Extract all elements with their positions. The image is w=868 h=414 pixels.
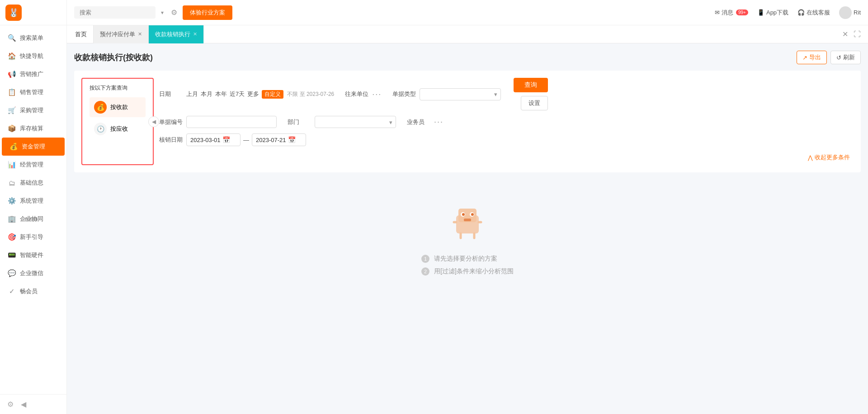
sidebar-item-enterprise[interactable]: 🏢企业协同 [0,210,66,228]
verify-date-end-input[interactable]: 2023-07-21 📅 [252,133,306,146]
industry-solution-button[interactable]: 体验行业方案 [183,5,232,20]
tab-maximize-button[interactable]: ⛶ [852,29,863,40]
sidebar-item-system[interactable]: ⚙️系统管理 [0,192,66,210]
user-item[interactable]: Rit [839,6,861,19]
collapse-arrow-icon: ⋀ [808,154,813,161]
app-download-item[interactable]: 📱 App下载 [757,9,788,17]
query-option-receivable-label: 按应收 [110,125,128,133]
filter-group-dept: 部门 [288,116,396,128]
tab-collection-close-icon[interactable]: ✕ [193,31,197,37]
dept-select[interactable] [315,116,396,128]
query-panel-collapse-button[interactable]: ◀ [148,116,159,127]
topbar-search-input[interactable] [74,6,156,19]
verify-date-start-input[interactable]: 2023-03-01 📅 [186,133,241,146]
setting-button[interactable]: 设置 [521,96,548,110]
sidebar-item-wechat[interactable]: 💬企业微信 [0,264,66,282]
sidebar-item-wechat-label: 企业微信 [20,269,43,277]
sidebar-item-shortcut[interactable]: 🏠快捷导航 [0,47,66,65]
message-label: 消息 [722,9,733,17]
filter-right: 日期 上月 本月 本年 近7天 更多 自定义 不限 至 2023-07-26 往… [159,78,854,165]
topbar-gear-icon[interactable]: ⚙ [171,8,177,17]
salesperson-dots-icon[interactable]: ··· [434,117,443,127]
empty-tip-1: 1 请先选择要分析的方案 [421,252,514,265]
message-item[interactable]: ✉ 消息 99+ [715,9,748,17]
query-option-by-receivable[interactable]: 🕐 按应收 [90,119,146,139]
topbar: ▾ ⚙ 体验行业方案 ✉ 消息 99+ 📱 App下载 🎧 在线客服 Rit [67,0,868,25]
sidebar-item-newbie[interactable]: 🎯新手引导 [0,228,66,246]
tab-home-label: 首页 [75,30,87,38]
filter-row-2: 单据编号 部门 业务员 ··· [159,116,854,128]
query-button[interactable]: 查询 [514,78,548,92]
sidebar-item-hardware-icon: 📟 [7,251,16,260]
sidebar-item-basic-icon: 🗂 [7,178,16,187]
settings-footer-icon[interactable]: ⚙ [7,400,14,409]
date-link-7days[interactable]: 近7天 [230,90,245,99]
page-header: 收款核销执行(按收款) ↗ 导出 ↺ 刷新 [74,51,861,64]
date-custom-badge[interactable]: 自定义 [262,90,283,99]
sidebar-item-sales[interactable]: 📋销售管理 [0,83,66,101]
sidebar-item-newbie-icon: 🎯 [7,233,16,242]
query-option-collection-icon: 💰 [94,101,107,114]
collapse-more-button[interactable]: ⋀ 收起更多条件 [804,152,854,163]
sidebar-item-sales-label: 销售管理 [20,88,43,96]
tip-text-1: 请先选择要分析的方案 [434,255,497,262]
sidebar-item-system-label: 系统管理 [20,197,43,205]
refresh-icon: ↺ [836,54,841,61]
sidebar-item-member[interactable]: ✓畅会员 [0,282,66,300]
tab-collection[interactable]: 收款核销执行 ✕ [149,25,204,43]
sidebar-item-hardware[interactable]: 📟智能硬件 [0,246,66,264]
tab-prepay[interactable]: 预付冲应付单 ✕ [94,25,149,43]
date-link-more[interactable]: 更多 [247,90,259,99]
verify-date-end-value: 2023-07-21 [256,137,286,143]
sidebar-item-search-icon: 🔍 [7,33,16,43]
topbar-chevron-icon[interactable]: ▾ [161,10,164,16]
online-service-item[interactable]: 🎧 在线客服 [797,9,830,17]
sidebar-item-marketing[interactable]: 📢营销推广 [0,65,66,83]
doc-type-select[interactable] [420,88,501,100]
svg-point-4 [462,213,465,216]
sidebar-item-marketing-icon: 📢 [7,70,16,79]
doc-no-input[interactable] [186,116,277,128]
tab-close-all-button[interactable]: ✕ [840,28,850,40]
filter-section: 按以下方案查询 💰 按收款 🕐 按应收 ◀ 日期 [74,71,861,172]
user-name: Rit [854,9,861,16]
counterpart-dots-icon[interactable]: ··· [372,90,382,99]
sidebar-item-inventory[interactable]: 📦库存核算 [0,119,66,138]
date-link-this-year[interactable]: 本年 [215,90,227,99]
sidebar-item-inventory-label: 库存核算 [20,124,43,133]
collapse-label: 收起更多条件 [815,153,850,162]
sidebar-item-purchase[interactable]: 🛒采购管理 [0,101,66,119]
message-icon: ✉ [715,9,720,16]
svg-rect-6 [464,219,471,221]
sidebar-item-newbie-label: 新手引导 [20,233,43,241]
filter-group-salesperson: 业务员 ··· [407,117,443,127]
verify-date-end-cal-icon[interactable]: 📅 [288,136,296,143]
tab-prepay-close-icon[interactable]: ✕ [138,31,142,37]
svg-point-5 [471,213,474,216]
verify-date-start-cal-icon[interactable]: 📅 [222,136,230,143]
date-link-this-month[interactable]: 本月 [201,90,212,99]
app-download-label: App下载 [766,9,788,17]
refresh-button[interactable]: ↺ 刷新 [830,51,861,64]
query-option-by-collection[interactable]: 💰 按收款 [90,97,146,117]
sidebar-item-search[interactable]: 🔍搜索菜单 [0,29,66,47]
verify-date-range: 2023-03-01 📅 — 2023-07-21 📅 [186,133,306,146]
sidebar-item-finance[interactable]: 💰资金管理 [2,138,65,156]
sidebar-item-basic[interactable]: 🗂基础信息 [0,174,66,192]
export-button[interactable]: ↗ 导出 [797,51,827,64]
sidebar: 🐰 畅捷通好生意 标准版 🔍搜索菜单🏠快捷导航📢营销推广📋销售管理🛒采购管理📦库… [0,0,67,414]
tip-num-1: 1 [421,255,429,263]
sidebar-item-sales-icon: 📋 [7,88,16,97]
empty-illustration [445,200,490,245]
sidebar-item-business[interactable]: 📊经营管理 [0,156,66,174]
verify-date-dash: — [243,137,249,143]
date-link-last-month[interactable]: 上月 [186,90,198,99]
sidebar-item-hardware-label: 智能硬件 [20,251,43,259]
tab-home[interactable]: 首页 [69,25,94,43]
sidebar-item-finance-icon: 💰 [9,142,18,151]
collapse-footer-icon[interactable]: ◀ [21,400,26,409]
message-badge: 99+ [736,10,748,15]
counterpart-label: 往来单位 [345,90,368,98]
content-area: 收款核销执行(按收款) ↗ 导出 ↺ 刷新 按以下方案查询 💰 按收款 [67,43,868,414]
sidebar-item-system-icon: ⚙️ [7,196,16,205]
